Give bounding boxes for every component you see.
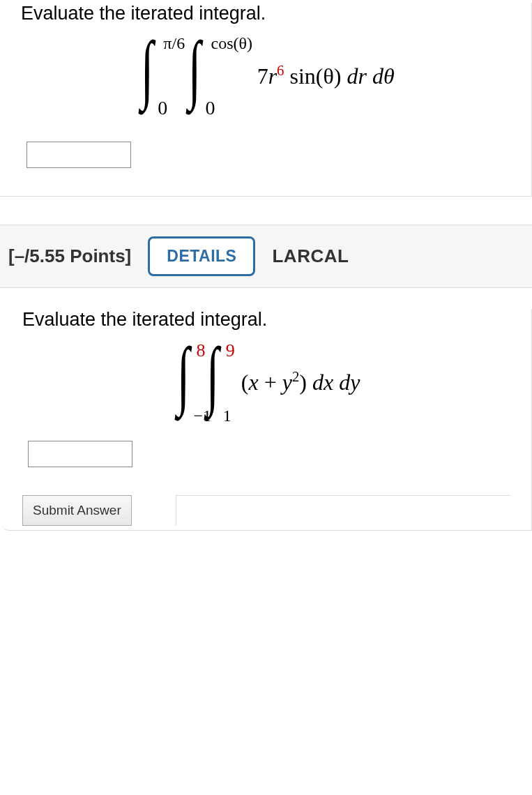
inner-upper-limit: cos(θ)	[211, 34, 252, 53]
outer-integral: ∫ 8 −1	[173, 343, 194, 420]
inner-lower-limit: 1	[223, 407, 231, 425]
outer-integral: ∫ π/6 0	[137, 37, 158, 114]
integral-expression-2: ∫ 8 −1 ∫ 9 1 (x + y2) dx dy	[22, 343, 510, 420]
integral-expression-1: ∫ π/6 0 ∫ cos(θ) 0 7r6 sin(θ) dr dθ	[21, 37, 510, 114]
inner-upper-limit: 9	[226, 340, 235, 361]
question-card-2: Evaluate the iterated integral. ∫ 8 −1 ∫…	[1, 309, 532, 531]
outer-upper-limit: π/6	[163, 34, 185, 53]
inner-integral: ∫ cos(θ) 0	[184, 37, 205, 114]
textbook-label: LARCAL	[272, 245, 349, 267]
integrand: (x + y2) dx dy	[241, 368, 360, 395]
inner-lower-limit: 0	[205, 97, 215, 119]
question-prompt: Evaluate the iterated integral.	[22, 309, 510, 331]
submit-area: Submit Answer	[22, 495, 510, 530]
question-prompt: Evaluate the iterated integral.	[21, 3, 510, 24]
outer-lower-limit: 0	[158, 97, 167, 119]
answer-input-1[interactable]	[26, 142, 131, 168]
details-button[interactable]: DETAILS	[148, 236, 255, 276]
question-card-1: Evaluate the iterated integral. ∫ π/6 0 …	[0, 3, 532, 197]
points-label: [–/5.55 Points]	[8, 245, 131, 267]
integrand: 7r6 sin(θ) dr dθ	[257, 62, 395, 89]
submit-answer-button[interactable]: Submit Answer	[22, 495, 132, 526]
answer-input-2[interactable]	[28, 441, 132, 467]
question-header-bar: [–/5.55 Points] DETAILS LARCAL	[0, 225, 532, 288]
inner-integral: ∫ 9 1	[202, 343, 223, 420]
